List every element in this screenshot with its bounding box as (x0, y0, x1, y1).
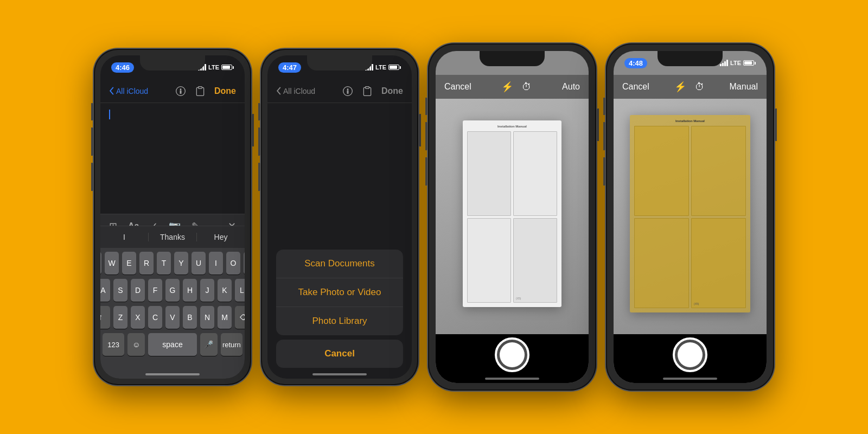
key-o[interactable]: O (226, 252, 240, 275)
svg-point-1 (180, 88, 181, 90)
phone4-notch (658, 51, 723, 66)
phone2-home-indicator (312, 373, 367, 375)
phone1-notch (140, 55, 205, 71)
action-cancel[interactable]: Cancel (276, 340, 403, 368)
action-take-photo[interactable]: Take Photo or Video (276, 278, 403, 307)
key-k[interactable]: K (218, 279, 232, 302)
phone1-nav: All iCloud Done (100, 79, 245, 103)
flash-icon-4[interactable]: ⚡ (674, 81, 686, 93)
svg-point-5 (347, 88, 348, 90)
phone4-mode[interactable]: Manual (730, 82, 758, 92)
doc-title-4: Installation Manual (675, 119, 705, 123)
action-group-main: Scan Documents Take Photo or Video Photo… (276, 250, 403, 335)
key-t[interactable]: T (157, 252, 171, 275)
phone4-status-icons: LTE (720, 60, 756, 66)
pred-word-1[interactable]: I (100, 233, 148, 241)
key-w[interactable]: W (105, 252, 119, 275)
phone2-back[interactable]: All iCloud (276, 87, 315, 95)
phone1-wrapper: 4:46 LTE (94, 49, 251, 385)
key-e[interactable]: E (122, 252, 136, 275)
key-p[interactable]: P (244, 252, 245, 275)
key-mic[interactable]: 🎤 (200, 333, 218, 356)
phone1-time: 4:46 (111, 62, 134, 73)
svg-rect-7 (366, 86, 369, 88)
key-r[interactable]: R (139, 252, 154, 275)
phone4-document-detected: Installation Manual (X5) (630, 115, 750, 312)
key-l[interactable]: L (235, 279, 245, 302)
phone3-notch (480, 51, 545, 66)
cursor (109, 110, 110, 119)
phone4-wrapper: 4:48 LTE Cancel (606, 43, 774, 391)
phone3-screen: Cancel ⚡ ⏱ Auto Installation Manual (436, 51, 589, 383)
phone3-mode[interactable]: Auto (562, 82, 580, 92)
phone3-home-indicator (485, 378, 539, 380)
key-n[interactable]: N (200, 306, 214, 329)
svg-rect-3 (199, 86, 202, 88)
key-j[interactable]: J (200, 279, 214, 302)
phone4-viewfinder: Installation Manual (X5) (614, 99, 767, 334)
phone3-shutter-button[interactable] (495, 337, 529, 372)
phone2-action-sheet: Scan Documents Take Photo or Video Photo… (276, 250, 403, 368)
svg-rect-6 (347, 91, 348, 93)
timer-icon-4[interactable]: ⏱ (695, 81, 705, 93)
phone4-shutter-button[interactable] (673, 337, 707, 372)
key-u[interactable]: U (192, 252, 206, 275)
phone3-document: Installation Manual (X5) (463, 120, 561, 307)
key-delete[interactable]: ⌫ (235, 306, 245, 329)
key-g[interactable]: G (165, 279, 180, 302)
phone4-screen: 4:48 LTE Cancel (614, 51, 767, 383)
phones-container: 4:46 LTE (94, 43, 774, 391)
key-shift[interactable]: ⇧ (100, 306, 110, 329)
phone1-nav-actions: Done (175, 86, 236, 97)
action-scan-documents[interactable]: Scan Documents (276, 250, 403, 278)
key-d[interactable]: D (131, 279, 145, 302)
phone3-camera-bar: Cancel ⚡ ⏱ Auto (436, 75, 589, 99)
phone1-home-indicator (145, 373, 200, 375)
phone1-keyboard[interactable]: Q W E R T Y U I O P A S D F G H (100, 248, 245, 379)
svg-rect-2 (180, 91, 181, 93)
key-b[interactable]: B (183, 306, 197, 329)
action-photo-library[interactable]: Photo Library (276, 307, 403, 335)
phone2-done[interactable]: Done (381, 86, 403, 96)
phone3-cancel[interactable]: Cancel (444, 82, 471, 92)
key-a[interactable]: A (100, 279, 110, 302)
phone1-back[interactable]: All iCloud (109, 87, 148, 95)
phone2-nav: All iCloud Done (267, 79, 412, 103)
key-q[interactable]: Q (100, 252, 101, 275)
phone1-done[interactable]: Done (214, 86, 236, 96)
phone1-predictive: I Thanks Hey (100, 226, 245, 248)
phone1-screen: 4:46 LTE (100, 55, 245, 379)
phone4-cancel[interactable]: Cancel (622, 82, 649, 92)
key-y[interactable]: Y (174, 252, 188, 275)
phone4-time: 4:48 (624, 58, 647, 68)
phone2-time: 4:47 (278, 62, 301, 73)
doc-title: Installation Manual (497, 125, 527, 128)
phone2-notch (307, 55, 372, 71)
pred-word-2[interactable]: Thanks (148, 233, 196, 241)
phone1-notes-content[interactable] (100, 103, 245, 227)
phone2-screen: 4:47 LTE (267, 55, 412, 379)
flash-icon[interactable]: ⚡ (501, 81, 513, 93)
phone4-camera-bar: Cancel ⚡ ⏱ Manual (614, 75, 767, 99)
phone3-wrapper: Cancel ⚡ ⏱ Auto Installation Manual (428, 43, 596, 391)
phone3-shutter-area (436, 334, 589, 383)
key-f[interactable]: F (148, 279, 162, 302)
key-x[interactable]: X (131, 306, 145, 329)
phone4-home-indicator (663, 378, 717, 380)
key-v[interactable]: V (165, 306, 180, 329)
key-m[interactable]: M (218, 306, 232, 329)
key-h[interactable]: H (183, 279, 197, 302)
key-return[interactable]: return (221, 333, 242, 356)
timer-icon[interactable]: ⏱ (522, 81, 532, 93)
key-emoji[interactable]: ☺ (127, 333, 145, 356)
key-space[interactable]: space (148, 333, 196, 356)
key-i[interactable]: I (209, 252, 223, 275)
pred-word-3[interactable]: Hey (196, 233, 245, 241)
phone4-shutter-area (614, 334, 767, 383)
key-z[interactable]: Z (113, 306, 127, 329)
phone2-wrapper: 4:47 LTE (261, 49, 418, 385)
key-123[interactable]: 123 (103, 333, 124, 356)
key-s[interactable]: S (113, 279, 127, 302)
key-c[interactable]: C (148, 306, 162, 329)
phone2-nav-actions: Done (342, 86, 403, 97)
